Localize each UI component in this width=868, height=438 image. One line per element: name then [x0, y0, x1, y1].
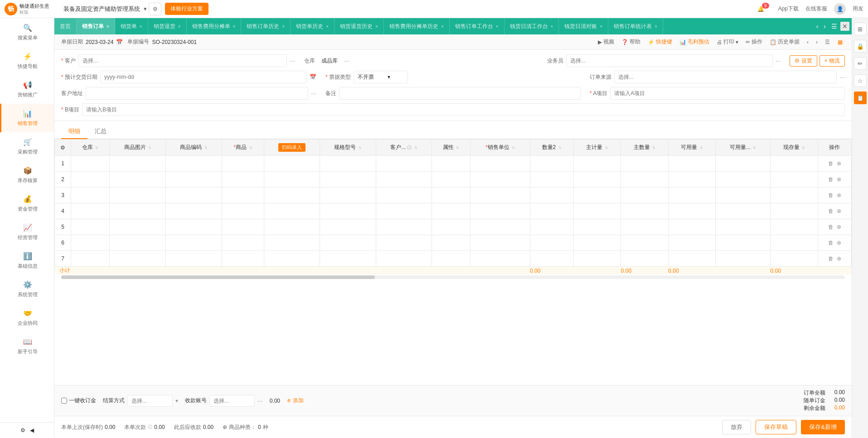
sidebar-item-search[interactable]: 🔍 搜索菜单 [0, 18, 54, 47]
row-copy-icon[interactable]: ⊕ [837, 240, 841, 246]
cell-qty2[interactable] [530, 251, 573, 267]
cell-main-qty[interactable] [621, 172, 669, 188]
sidebar-item-enterprise[interactable]: 🤝 企业协同 [0, 303, 54, 332]
save-draft-button[interactable]: 保存草稿 [756, 420, 796, 434]
sidebar-item-system[interactable]: ⚙️ 系统管理 [0, 275, 54, 303]
one-click-deposit-label[interactable]: 一键收订金 [61, 397, 96, 404]
cell-avail-qty2[interactable] [716, 251, 771, 267]
cell-customer-code[interactable] [376, 219, 432, 235]
tab-cash-goods[interactable]: 钱货日清工作台 × [504, 18, 559, 34]
cell-code[interactable] [166, 156, 222, 172]
tab-sales-goods-close[interactable]: × [140, 24, 142, 29]
cell-unit[interactable] [470, 203, 530, 219]
sidebar-item-finance[interactable]: 💰 资金管理 [0, 189, 54, 218]
row-delete-icon[interactable]: 🗑 [828, 240, 834, 246]
cell-spec[interactable] [320, 203, 376, 219]
right-panel-edit-icon[interactable]: ✏ [854, 57, 867, 70]
tab-reconcile[interactable]: 钱货日清对账 × [559, 18, 608, 34]
row-delete-icon[interactable]: 🗑 [828, 176, 834, 183]
row-delete-icon[interactable]: 🗑 [828, 160, 834, 167]
cell-avail-qty[interactable] [668, 156, 716, 172]
order-source-input[interactable] [614, 71, 837, 83]
add-material-btn[interactable]: + 物流 [820, 55, 845, 67]
cell-qty2[interactable] [530, 219, 573, 235]
tab-goods-history[interactable]: 销货单历史 × [291, 18, 335, 34]
tab-order-history-close[interactable]: × [282, 24, 285, 29]
cell-warehouse[interactable] [71, 251, 110, 267]
cell-avail-qty[interactable] [668, 188, 716, 203]
sidebar-item-purchase[interactable]: 🛒 采购管理 [0, 132, 54, 161]
cell-code[interactable] [166, 219, 222, 235]
table-view-btn[interactable]: ▦ [835, 38, 845, 46]
cell-spec[interactable] [320, 188, 376, 203]
discard-button[interactable]: 放弃 [722, 420, 751, 434]
settings-button[interactable]: ⚙ [149, 3, 161, 15]
account-more-btn[interactable]: ··· [257, 397, 263, 404]
cell-product[interactable] [222, 203, 264, 219]
cell-stock[interactable] [771, 251, 818, 267]
cell-attr[interactable] [432, 156, 470, 172]
tab-menu-button[interactable]: ☰ [829, 22, 839, 31]
col-settings[interactable]: ⚙ [55, 140, 71, 156]
online-service-link[interactable]: 在线客服 [805, 5, 827, 13]
shortcut-btn[interactable]: ⚡ 快捷键 [646, 37, 674, 47]
cell-warehouse[interactable] [71, 235, 110, 251]
b-project-input[interactable] [82, 103, 845, 116]
cell-product[interactable] [222, 235, 264, 251]
tab-expense-close[interactable]: × [233, 24, 236, 29]
tab-stats-close[interactable]: × [655, 24, 657, 29]
cell-avail-qty[interactable] [668, 251, 716, 267]
order-source-more-btn[interactable]: ··· [839, 73, 845, 81]
save-new-button[interactable]: 保存&新增 [801, 420, 845, 434]
sidebar-item-operations[interactable]: 📈 经营管理 [0, 218, 54, 246]
cell-attr[interactable] [432, 235, 470, 251]
cell-stock[interactable] [771, 156, 818, 172]
cell-customer-code[interactable] [376, 156, 432, 172]
tab-goods-history-close[interactable]: × [326, 24, 329, 29]
cell-avail-qty2[interactable] [716, 188, 771, 203]
tab-order-workbench-close[interactable]: × [496, 24, 499, 29]
cell-unit[interactable] [470, 219, 530, 235]
cell-warehouse[interactable] [71, 219, 110, 235]
prev-record-btn[interactable]: ‹ [805, 38, 810, 46]
tab-expense-history-close[interactable]: × [441, 24, 444, 29]
cell-main-unit[interactable] [573, 203, 621, 219]
cell-warehouse[interactable] [71, 203, 110, 219]
scan-input-button[interactable]: 扫码录入 [278, 143, 305, 152]
cell-avail-qty2[interactable] [716, 203, 771, 219]
cell-warehouse[interactable] [71, 172, 110, 188]
history-btn[interactable]: 📋 历史单据 [768, 37, 801, 47]
cell-product[interactable] [222, 172, 264, 188]
view-btn[interactable]: ▶ 视频 [596, 37, 616, 47]
cell-spec[interactable] [320, 172, 376, 188]
delivery-date-input[interactable] [100, 71, 307, 83]
tab-order-history[interactable]: 销售订单历史 × [241, 18, 291, 34]
cell-code[interactable] [166, 235, 222, 251]
row-copy-icon[interactable]: ⊕ [837, 192, 841, 198]
app-download-link[interactable]: App下载 [778, 5, 799, 13]
cell-unit[interactable] [470, 172, 530, 188]
scrollbar-thumb[interactable] [61, 275, 375, 279]
tab-return-history-close[interactable]: × [375, 24, 378, 29]
tab-close-all-button[interactable]: ✕ [840, 22, 849, 31]
row-copy-icon[interactable]: ⊕ [837, 224, 841, 230]
title-dropdown-icon[interactable]: ▾ [144, 5, 147, 12]
print-btn[interactable]: 🖨 打印 ▾ [715, 37, 740, 47]
print-dropdown-icon[interactable]: ▾ [736, 39, 738, 45]
add-button[interactable]: ⊕ 添加 [287, 397, 304, 404]
sidebar-item-quicknav[interactable]: ⚡ 快捷导航 [0, 47, 54, 75]
industry-solution-button[interactable]: 体验行业方案 [165, 3, 209, 15]
row-copy-icon[interactable]: ⊕ [837, 176, 841, 183]
operation-btn[interactable]: ✏ 操作 [744, 37, 764, 47]
cell-spec[interactable] [320, 235, 376, 251]
cell-avail-qty[interactable] [668, 235, 716, 251]
tab-stats[interactable]: 销售订单统计表 × [608, 18, 663, 34]
cell-spec[interactable] [320, 251, 376, 267]
cell-qty2[interactable] [530, 188, 573, 203]
row-delete-icon[interactable]: 🗑 [828, 224, 834, 230]
row-delete-icon[interactable]: 🗑 [828, 255, 834, 262]
tab-order-workbench[interactable]: 销售订单工作台 × [450, 18, 504, 34]
cell-warehouse[interactable] [71, 188, 110, 203]
payment-dropdown-icon[interactable]: ▾ [175, 398, 178, 404]
cell-main-qty[interactable] [621, 156, 669, 172]
